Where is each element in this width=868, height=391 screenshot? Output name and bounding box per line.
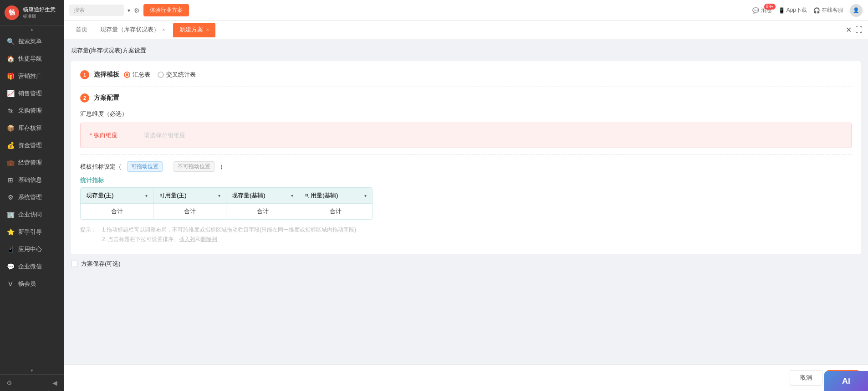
tabbar: 首页 现存量（库存状况表） × 新建方案 × ✕ ⛶ [64, 21, 868, 39]
message-button[interactable]: 💬 消息 99+ [752, 6, 772, 14]
tab-home[interactable]: 首页 [69, 22, 94, 38]
logo-icon: 畅 [5, 5, 19, 20]
app-download-link[interactable]: 📱 App下载 [778, 6, 807, 14]
sidebar-scroll-down[interactable]: ▼ [0, 367, 64, 374]
message-icon: 💬 [752, 7, 759, 14]
stats-col-3[interactable]: 可用量(基辅) ▾ [299, 188, 372, 203]
sidebar-item-label: 营销推广 [18, 72, 42, 80]
topbar: 搜索 ▾ ⚙ 体验行业方案 💬 消息 99+ 📱 App下载 🎧 在线客服 👤 [64, 0, 868, 21]
stats-col-1[interactable]: 可用量(主) ▾ [153, 188, 226, 203]
topbar-dropdown[interactable]: ▾ [128, 7, 130, 14]
content-area: 现存量(库存状况表)方案设置 1 选择模板 汇总表 交叉统计表 [64, 39, 868, 364]
save-option-checkbox[interactable] [71, 261, 77, 267]
sidebar-item-label: 新手引导 [18, 228, 42, 236]
stats-sum-2: 合计 [226, 204, 299, 219]
radio-summary[interactable]: 汇总表 [124, 71, 150, 79]
tab-inventory-close[interactable]: × [162, 27, 165, 32]
sidebar-item-system[interactable]: ⚙ 系统管理 [0, 189, 64, 206]
stats-col-1-label: 可用量(主) [159, 191, 187, 200]
insert-col-link[interactable]: 插入列 [179, 236, 195, 242]
delete-col-link[interactable]: 删除列 [201, 236, 217, 242]
sidebar-item-label: 应用中心 [18, 245, 42, 253]
topbar-left: 搜索 ▾ ⚙ 体验行业方案 [69, 4, 748, 16]
sidebar-item-marketing[interactable]: 🎁 营销推广 [0, 67, 64, 85]
save-option-row: 方案保存(可选) [71, 260, 861, 268]
step1-badge: 1 [80, 70, 89, 79]
stats-col-0-label: 现存量(主) [86, 191, 114, 200]
trial-button[interactable]: 体验行业方案 [143, 4, 189, 16]
step1-divider [80, 87, 852, 87]
tab-close-panel-btn[interactable]: ✕ [846, 26, 852, 34]
stats-header-row: 现存量(主) ▾ 可用量(主) ▾ 现存量(基辅) ▾ 可用量(基辅) [81, 188, 372, 203]
sidebar-item-newuser[interactable]: ⭐ 新手引导 [0, 223, 64, 241]
sidebar-item-inventory[interactable]: 📦 库存核算 [0, 119, 64, 137]
star-icon: ⭐ [6, 228, 15, 236]
phone-icon: 📱 [778, 7, 785, 14]
gift-icon: 🎁 [6, 72, 15, 80]
tip-2: 2. 点击标题栏下拉可设置排序、插入列和删除列 [80, 236, 852, 243]
app-name: 畅康通好生意 [23, 6, 56, 14]
sidebar-item-label: 资金管理 [18, 141, 42, 149]
dimension-pink-area: * 纵向维度 —— 请选择分组维度 [80, 123, 852, 148]
sidebar-item-vip[interactable]: V 畅会员 [0, 275, 64, 293]
dimension-dash: —— [125, 132, 137, 139]
ai-badge[interactable]: Ai [824, 371, 868, 391]
sidebar-item-label: 经营管理 [18, 159, 42, 167]
step2-row: 2 方案配置 [80, 93, 852, 103]
indicator-settings-prefix: 模板指标设定（ [80, 163, 122, 171]
radio-cross[interactable]: 交叉统计表 [158, 71, 196, 79]
radio-summary-label: 汇总表 [133, 71, 150, 79]
sidebar-item-finance[interactable]: 💰 资金管理 [0, 137, 64, 154]
sidebar-item-label: 畅会员 [18, 280, 36, 288]
stats-col-0-chevron[interactable]: ▾ [145, 193, 148, 198]
sidebar-item-enterprise[interactable]: 🏢 企业协同 [0, 206, 64, 223]
dimension-placeholder[interactable]: 请选择分组维度 [144, 131, 185, 139]
tab-inventory-label: 现存量（库存状况表） [100, 26, 159, 34]
sidebar-item-search[interactable]: 🔍 搜索菜单 [0, 33, 64, 50]
sidebar-item-basic[interactable]: ⊞ 基础信息 [0, 171, 64, 189]
tab-new-plan[interactable]: 新建方案 × [173, 23, 215, 37]
indicator-label-row: 模板指标设定（ 可拖动位置 不可拖动位置 ） [80, 161, 852, 172]
stats-col-1-chevron[interactable]: ▾ [218, 193, 220, 198]
home-icon: 🏠 [6, 55, 15, 62]
app-version: 标准版 [23, 13, 56, 20]
cancel-button[interactable]: 取消 [790, 370, 822, 386]
bottom-bar: 取消 查询 [64, 364, 868, 391]
tip-1: 提示： 1.拖动标题栏可以调整布局，不可跨维度或指标区域拖动栏目字段(只能在同一… [80, 226, 852, 234]
tab-actions: ✕ ⛶ [846, 26, 863, 34]
sidebar-item-wechat[interactable]: 💬 企业微信 [0, 258, 64, 275]
chart-icon: 📈 [6, 90, 15, 97]
tab-home-label: 首页 [76, 26, 87, 34]
tab-expand-btn[interactable]: ⛶ [855, 26, 863, 34]
user-avatar[interactable]: 👤 [850, 4, 863, 17]
sidebar: 畅 畅康通好生意 标准版 ▲ 🔍 搜索菜单 🏠 快捷导航 🎁 营销推广 📈 销售… [0, 0, 64, 391]
sidebar-bottom: ⚙ ◀ [0, 374, 64, 391]
sidebar-item-purchase[interactable]: 🛍 采购管理 [0, 102, 64, 119]
sidebar-scroll-up[interactable]: ▲ [0, 26, 64, 33]
sidebar-item-label: 销售管理 [18, 89, 42, 98]
stats-col-3-chevron[interactable]: ▾ [364, 193, 367, 198]
stats-col-3-label: 可用量(基辅) [305, 191, 338, 200]
tab-inventory-status[interactable]: 现存量（库存状况表） × [94, 22, 171, 38]
tab-new-plan-close[interactable]: × [206, 27, 209, 32]
customer-service-link[interactable]: 🎧 在线客服 [813, 6, 843, 14]
settings-icon[interactable]: ⚙ [6, 379, 12, 386]
stats-col-2-chevron[interactable]: ▾ [291, 193, 293, 198]
step1-row: 1 选择模板 汇总表 交叉统计表 [80, 70, 852, 79]
sidebar-item-appcenter[interactable]: 📱 应用中心 [0, 241, 64, 258]
sidebar-item-sales[interactable]: 📈 销售管理 [0, 85, 64, 102]
step2-divider [80, 154, 852, 155]
sidebar-item-quicknav[interactable]: 🏠 快捷导航 [0, 50, 64, 67]
stats-col-0[interactable]: 现存量(主) ▾ [81, 188, 153, 203]
collapse-icon[interactable]: ◀ [52, 379, 57, 386]
step2-title: 方案配置 [94, 94, 119, 102]
topbar-gear-icon[interactable]: ⚙ [134, 7, 140, 14]
stats-sum-3: 合计 [299, 204, 372, 219]
sidebar-item-management[interactable]: 💼 经营管理 [0, 154, 64, 171]
indicator-not-draggable-tag: 不可拖动位置 [174, 161, 214, 172]
indicator-settings-suffix: ） [220, 163, 226, 171]
radio-summary-dot [124, 72, 130, 78]
headset-icon: 🎧 [813, 7, 820, 14]
main-area: 搜索 ▾ ⚙ 体验行业方案 💬 消息 99+ 📱 App下载 🎧 在线客服 👤 [64, 0, 868, 391]
stats-col-2[interactable]: 现存量(基辅) ▾ [226, 188, 299, 203]
